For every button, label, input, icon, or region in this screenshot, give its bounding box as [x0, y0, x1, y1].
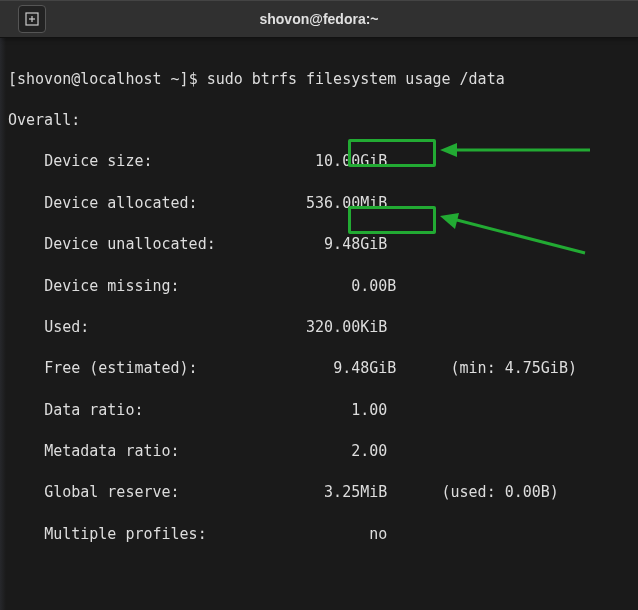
command-text: sudo btrfs filesystem usage /data [207, 70, 505, 88]
row-used: Used: 320.00KiB [8, 317, 630, 338]
prompt-dir: ~ [171, 70, 180, 88]
prompt-host: localhost [80, 70, 161, 88]
label-device-unallocated: Device unallocated: [44, 235, 216, 253]
label-metadata-ratio: Metadata ratio: [44, 442, 179, 460]
label-device-allocated: Device allocated: [44, 194, 198, 212]
value-free-estimated: 9.48GiB [333, 359, 396, 377]
prompt-symbol: $ [189, 70, 198, 88]
value-used: 320.00KiB [306, 318, 387, 336]
value-data-ratio: 1.00 [351, 401, 387, 419]
arrow-bottom [435, 203, 595, 263]
data-section-header: Data,single: Size:8.00MiB, Used:64.00KiB… [8, 607, 630, 610]
arrow-top [435, 135, 595, 165]
extra-global-reserve: (used: 0.00B) [442, 483, 559, 501]
label-device-missing: Device missing: [44, 277, 179, 295]
prompt-user: shovon [17, 70, 71, 88]
row-global-reserve: Global reserve: 3.25MiB (used: 0.00B) [8, 482, 630, 503]
terminal-output[interactable]: [shovon@localhost ~]$ sudo btrfs filesys… [0, 38, 638, 610]
svg-marker-6 [440, 213, 459, 229]
row-device-missing: Device missing: 0.00B [8, 276, 630, 297]
window-titlebar: shovon@fedora:~ [0, 0, 638, 38]
row-free-estimated: Free (estimated): 9.48GiB (min: 4.75GiB) [8, 358, 630, 379]
svg-marker-4 [440, 143, 457, 157]
label-global-reserve: Global reserve: [44, 483, 179, 501]
value-multiple-profiles: no [369, 525, 387, 543]
highlight-free [348, 206, 436, 234]
highlight-unallocated [348, 139, 436, 167]
label-multiple-profiles: Multiple profiles: [44, 525, 207, 543]
row-multiple-profiles: Multiple profiles: no [8, 524, 630, 545]
label-used: Used: [44, 318, 89, 336]
label-data-ratio: Data ratio: [44, 401, 143, 419]
overall-header: Overall: [8, 110, 630, 131]
row-data-ratio: Data ratio: 1.00 [8, 400, 630, 421]
row-metadata-ratio: Metadata ratio: 2.00 [8, 441, 630, 462]
value-device-missing: 0.00B [351, 277, 396, 295]
value-global-reserve: 3.25MiB [324, 483, 387, 501]
new-tab-icon[interactable] [18, 5, 46, 33]
blank-row [8, 565, 630, 586]
label-device-size: Device size: [44, 152, 152, 170]
label-free-estimated: Free (estimated): [44, 359, 198, 377]
extra-free-estimated: (min: 4.75GiB) [451, 359, 577, 377]
svg-line-5 [453, 219, 585, 253]
value-metadata-ratio: 2.00 [351, 442, 387, 460]
prompt-line: [shovon@localhost ~]$ sudo btrfs filesys… [8, 69, 630, 90]
window-title: shovon@fedora:~ [259, 11, 378, 27]
value-device-unallocated: 9.48GiB [324, 235, 387, 253]
